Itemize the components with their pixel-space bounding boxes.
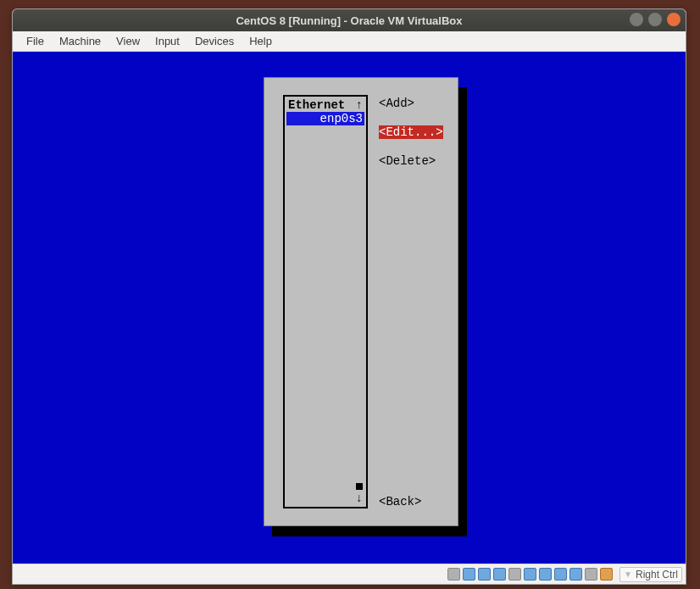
shared-folder-icon[interactable] bbox=[524, 568, 536, 581]
menu-help[interactable]: Help bbox=[242, 33, 279, 49]
menu-input[interactable]: Input bbox=[148, 33, 186, 49]
host-key-arrow-icon: ▼ bbox=[624, 570, 632, 579]
menu-file[interactable]: File bbox=[19, 33, 51, 49]
virtualbox-window: CentOS 8 [Running] - Oracle VM VirtualBo… bbox=[12, 8, 686, 585]
host-key-indicator[interactable]: ▼ Right Ctrl bbox=[619, 567, 682, 582]
back-button[interactable]: <Back> bbox=[379, 495, 421, 508]
maximize-icon[interactable] bbox=[648, 13, 662, 26]
edit-button[interactable]: <Edit...> bbox=[379, 125, 443, 139]
close-icon[interactable] bbox=[667, 13, 681, 26]
delete-button[interactable]: <Delete> bbox=[379, 154, 436, 168]
network-icon[interactable] bbox=[493, 568, 506, 581]
menu-devices[interactable]: Devices bbox=[188, 33, 241, 49]
status-icons bbox=[447, 568, 613, 581]
connection-listbox[interactable]: Ethernet ↑ enp0s3 ↓ bbox=[283, 95, 368, 508]
display-icon[interactable] bbox=[539, 568, 552, 581]
minimize-icon[interactable] bbox=[630, 13, 643, 26]
connection-item-enp0s3[interactable]: enp0s3 bbox=[286, 112, 364, 125]
mouse-icon[interactable] bbox=[585, 568, 597, 581]
list-header: Ethernet ↑ bbox=[285, 98, 366, 112]
scrollbar-thumb[interactable] bbox=[356, 483, 363, 490]
scroll-down-icon[interactable]: ↓ bbox=[356, 492, 363, 505]
nmtui-dialog: Ethernet ↑ enp0s3 ↓ <Add> <Edit...> <Del… bbox=[264, 77, 458, 526]
recording-icon[interactable] bbox=[554, 568, 567, 581]
cpu-icon[interactable] bbox=[569, 568, 582, 581]
titlebar: CentOS 8 [Running] - Oracle VM VirtualBo… bbox=[13, 9, 686, 31]
host-key-label: Right Ctrl bbox=[636, 569, 678, 581]
connection-type-label: Ethernet bbox=[288, 98, 345, 112]
add-button[interactable]: <Add> bbox=[379, 97, 414, 110]
hdd-icon[interactable] bbox=[447, 568, 460, 581]
menubar: File Machine View Input Devices Help bbox=[13, 31, 686, 52]
usb-icon[interactable] bbox=[508, 568, 521, 581]
statusbar: ▼ Right Ctrl bbox=[13, 564, 686, 584]
window-title: CentOS 8 [Running] - Oracle VM VirtualBo… bbox=[236, 14, 462, 27]
menu-view[interactable]: View bbox=[109, 33, 147, 49]
optical-icon[interactable] bbox=[463, 568, 475, 581]
audio-icon[interactable] bbox=[478, 568, 491, 581]
window-controls bbox=[630, 13, 681, 26]
menu-machine[interactable]: Machine bbox=[53, 33, 108, 49]
vm-display[interactable]: Ethernet ↑ enp0s3 ↓ <Add> <Edit...> <Del… bbox=[13, 52, 686, 564]
keyboard-icon[interactable] bbox=[600, 568, 613, 581]
scroll-up-icon[interactable]: ↑ bbox=[356, 98, 363, 112]
